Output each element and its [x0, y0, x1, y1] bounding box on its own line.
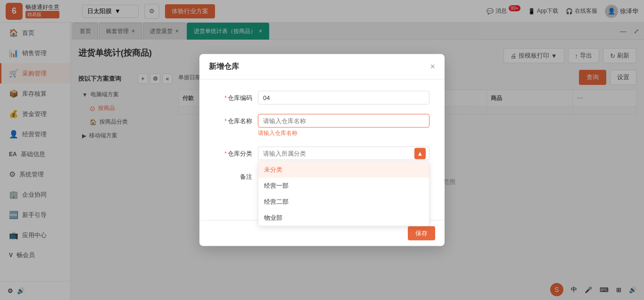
name-error-msg: 请输入仓库名称: [258, 129, 429, 137]
code-input[interactable]: [258, 91, 429, 105]
modal-title: 新增仓库: [209, 62, 239, 72]
category-label: 仓库分类: [215, 147, 252, 158]
modal-close-button[interactable]: ×: [430, 62, 435, 72]
save-button[interactable]: 保存: [408, 226, 435, 241]
category-chevron-icon[interactable]: ▲: [414, 148, 426, 159]
name-control: 请输入仓库名称: [258, 114, 429, 137]
category-dropdown-list: 未分类 经营一部 经营二部 物业部: [258, 161, 429, 226]
form-row-code: 仓库编码: [215, 91, 429, 105]
modal-header: 新增仓库 ×: [199, 54, 445, 80]
name-label: 仓库名称: [215, 114, 252, 125]
dropdown-item-uncategorized[interactable]: 未分类: [258, 162, 429, 178]
category-input[interactable]: [258, 147, 429, 160]
form-row-name: 仓库名称 请输入仓库名称: [215, 114, 429, 137]
dropdown-item-property[interactable]: 物业部: [258, 210, 429, 226]
code-control: [258, 91, 429, 105]
note-label: 备注: [215, 170, 252, 181]
code-label: 仓库编码: [215, 91, 252, 102]
modal-body: 仓库编码 仓库名称 请输入仓库名称 仓库分类 ▲ 未分类: [199, 80, 445, 220]
category-control: ▲ 未分类 经营一部 经营二部 物业部: [258, 147, 429, 160]
form-row-category: 仓库分类 ▲ 未分类 经营一部 经营二部 物业部: [215, 147, 429, 160]
new-warehouse-modal: 新增仓库 × 仓库编码 仓库名称 请输入仓库名称 仓库分类 ▲: [199, 54, 445, 246]
name-input[interactable]: [258, 114, 429, 128]
dropdown-item-dept1[interactable]: 经营一部: [258, 178, 429, 194]
category-select-wrapper: ▲: [258, 147, 429, 160]
dropdown-item-dept2[interactable]: 经营二部: [258, 194, 429, 210]
